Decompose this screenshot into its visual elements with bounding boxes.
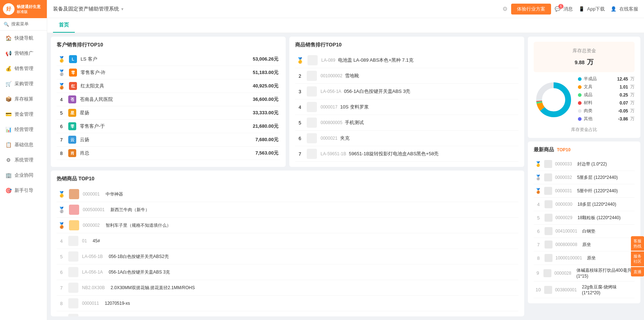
rank-number: 8	[535, 255, 542, 261]
legend-unit: 万	[630, 84, 635, 90]
rank-number: 6	[297, 136, 303, 141]
avatar: 星	[68, 109, 76, 117]
product-info: 0000017 10S 变料罗浆	[321, 104, 517, 110]
message-button[interactable]: 💬 6 消息	[555, 6, 573, 12]
base-info-icon: 📋	[5, 142, 12, 148]
product-ranking-table: 🥇 LA-089 电池盖 LA-089 ABS本色+黑种 7.1克 2	[295, 53, 518, 162]
product-thumbnail	[545, 241, 553, 249]
rank-number: 6	[535, 229, 542, 234]
hot-products-table: 🥇 0000001 中华神器 🥈 000500001 新西兰牛肉（新牛） 🥉	[57, 186, 518, 316]
sidebar-item-system[interactable]: ⚙ 系统管理	[0, 152, 47, 168]
online-service-button[interactable]: 👤 在线客服	[611, 6, 638, 12]
sidebar-item-operations[interactable]: 📊 经营管理	[0, 122, 47, 137]
legend-value: 0.07	[620, 100, 628, 106]
product-name: 中华神器	[106, 191, 123, 197]
sidebar-item-finance[interactable]: 💳 资金管理	[0, 107, 47, 122]
product-img	[307, 102, 317, 112]
list-item: 10 003800001 22g鱼豆腐-烧烤味 (1*12*20)	[534, 282, 635, 298]
legend-color	[578, 85, 582, 89]
customer-amount: 33,333.00元	[253, 110, 278, 116]
product-thumbnail	[68, 298, 78, 308]
product-thumbnail	[69, 189, 79, 199]
guide-icon: 🎯	[5, 188, 12, 193]
product-thumbnail	[68, 283, 78, 293]
live-broadcast-button[interactable]: 直播	[631, 267, 644, 276]
hot-products-card: 热销商品 TOP10 🥇 0000001 中华神器 🥈 000500001 新西…	[51, 171, 524, 316]
legend-name: 其他	[584, 116, 616, 122]
sidebar-item-inventory[interactable]: 📦 库存核算	[0, 91, 47, 107]
home-icon: 🏠	[5, 35, 12, 41]
sidebar-item-sales[interactable]: 💰 销售管理	[0, 61, 47, 76]
hot-products-title: 热销商品 TOP10	[57, 176, 518, 182]
search-menu[interactable]: 🔍 搜索菜单	[0, 18, 47, 30]
rank-number: 10	[535, 287, 541, 292]
top10-badge: TOP10	[557, 147, 571, 152]
table-row: 5 星 星扬 33,333.00元	[57, 106, 280, 120]
product-code: 0000029	[555, 215, 572, 220]
inventory-card: 库存总资金 9.88 万	[528, 37, 640, 138]
float-service-panel: 客服热线 服务社区 直播	[631, 236, 644, 276]
rank-medal-icon: 🥇	[297, 57, 304, 64]
product-code: 0000032	[555, 175, 572, 180]
sidebar-item-marketing[interactable]: 📢 营销推广	[0, 46, 47, 61]
table-row: 3 LA-056-1A 056-1A白色按键开关盖ABS 3壳	[295, 84, 518, 99]
list-item: 8 0000011 12070519-xs	[57, 296, 518, 311]
table-row: 2 001000002 雪地靴	[295, 68, 518, 84]
product-code: LA-056-1B	[82, 254, 103, 259]
trial-button[interactable]: 体验行业方案	[511, 4, 551, 15]
avatar: 红	[69, 82, 77, 90]
product-code: 0000028	[554, 271, 571, 276]
list-item: 🥈 000500001 新西兰牛肉（新牛）	[57, 202, 518, 218]
product-thumbnail	[544, 187, 552, 195]
avatar: 肖	[68, 149, 76, 157]
product-name: 新西兰牛肉（新牛）	[110, 207, 150, 213]
logo-text: 畅捷通好生意 标准版	[17, 4, 41, 14]
newest-products-title: 最新商品 TOP10	[534, 147, 635, 153]
tab-home[interactable]: 首页	[53, 18, 75, 33]
sidebar-item-enterprise[interactable]: 🏢 企业协同	[0, 168, 47, 183]
product-img	[307, 118, 317, 128]
list-item: 🥇 0000033 封边带 (1.0*22)	[534, 157, 635, 171]
product-code: 01	[82, 238, 87, 243]
product-info: LA-089 电池盖 LA-089 ABS本色+黑种 7.1克	[321, 57, 517, 63]
title-dropdown-icon[interactable]: ▾	[121, 7, 123, 12]
product-info: LA-056-1A 056-1A白色按键开关盖ABS 3壳	[321, 88, 517, 95]
rank-number: 7	[58, 137, 65, 143]
inventory-value: 9.88 万	[539, 56, 629, 66]
inventory-total-section: 库存总资金 9.88 万	[534, 42, 635, 72]
sidebar-item-home[interactable]: 🏠 快捷导航	[0, 30, 47, 46]
customer-service-hotline-button[interactable]: 客服热线	[631, 236, 644, 251]
product-ranking-title: 商品销售排行TOP10	[295, 42, 518, 48]
product-info: 001000002 雪地靴	[321, 73, 517, 79]
sidebar-item-purchase[interactable]: 🛒 采购管理	[0, 76, 47, 91]
header-actions: 💬 6 消息 📱 App下载 👤 在线客服	[555, 6, 638, 12]
phone-icon: 📱	[579, 6, 584, 12]
list-item: 5 LA-056-1B 056-1B白色按键开关壳ABS2壳	[57, 249, 518, 264]
content-area: 客户销售排行TOP10 🥇 L LS 客户 53,006.26元 🥈	[47, 33, 644, 320]
legend-unit: 万	[630, 76, 635, 82]
legend-color	[578, 117, 582, 121]
legend-color	[578, 101, 582, 105]
legend-name: 肉类	[584, 108, 616, 114]
legend-item: 肉类 -0.05 万	[578, 108, 635, 114]
product-thumbnail	[68, 267, 78, 277]
legend-unit: 万	[630, 92, 635, 98]
rank-medal-icon: 🥇	[535, 161, 541, 167]
service-community-button[interactable]: 服务社区	[631, 251, 644, 266]
legend-unit: 万	[630, 108, 635, 114]
customer-name: 苍南县人民医院	[80, 96, 249, 103]
table-row: 7 云 云扬 7,680.00元	[57, 133, 280, 147]
list-item: 8 10000100001 原坐	[534, 251, 635, 265]
app-download-button[interactable]: 📱 App下载	[579, 6, 605, 12]
rank-medal-icon: 🥉	[535, 188, 541, 194]
sidebar-item-base-info[interactable]: 📋 基础信息	[0, 137, 47, 152]
legend-name: 材料	[584, 100, 617, 106]
gear-icon[interactable]: ⚙	[502, 5, 508, 12]
legend-item: 其他 -3.86 万	[578, 116, 635, 122]
product-name: 原坐	[582, 242, 591, 248]
product-name: 原坐	[587, 255, 596, 261]
customer-amount: 53,006.26元	[253, 56, 278, 62]
sidebar-item-guide[interactable]: 🎯 新手引导	[0, 183, 47, 198]
product-name: 白钢垫	[582, 228, 595, 234]
table-row: 7 LA-59651-1B 59651-1B旋转投影灯电池盒ABS黑色+58壳	[295, 146, 518, 162]
